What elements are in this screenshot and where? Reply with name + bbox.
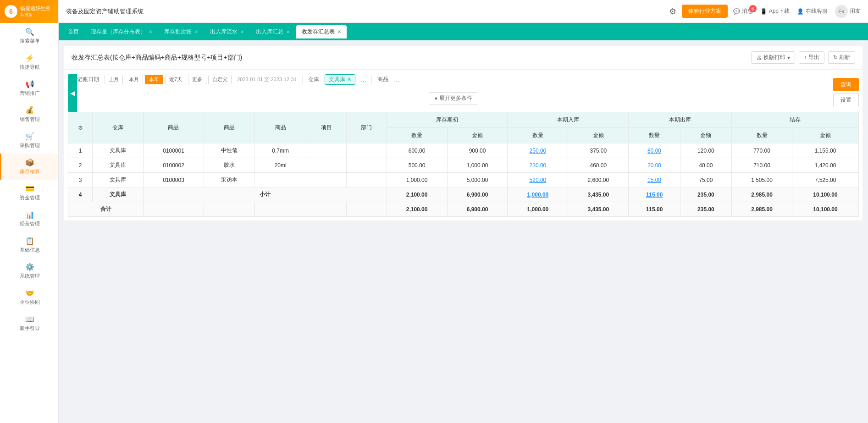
query-btn[interactable]: 查询 — [833, 78, 859, 91]
sidebar-item-operations[interactable]: 📊经营管理 — [0, 206, 58, 232]
footer-empty-2 — [204, 202, 254, 217]
app-download-label: App下载 — [769, 7, 790, 15]
row-out-qty[interactable]: 15.00 — [629, 173, 680, 187]
row-goods-spec — [254, 173, 306, 187]
row-goods-code: 0100001 — [144, 143, 204, 158]
th-dept: 部门 — [347, 112, 387, 143]
row-out-qty[interactable]: 80.00 — [629, 143, 680, 158]
row-dept — [347, 173, 387, 187]
tab-close-batch[interactable]: ✕ — [194, 29, 198, 34]
refresh-btn[interactable]: ↻ 刷新 — [828, 51, 855, 64]
row-in-qty[interactable]: 230.00 — [508, 158, 568, 173]
try-btn[interactable]: 体验行业方案 — [682, 5, 728, 18]
sidebar-item-label: 库存核算 — [20, 168, 40, 175]
row-out-qty[interactable]: 20.00 — [629, 158, 680, 173]
tab-label: 首页 — [68, 28, 79, 36]
row-project — [306, 143, 347, 158]
table-setting-btn[interactable]: 设置 — [833, 93, 859, 107]
sidebar-item-purchase[interactable]: 🛒采购管理 — [0, 127, 58, 154]
tab-inout-flow[interactable]: 出入库流水✕ — [205, 25, 249, 38]
warehouse-label: 仓库 — [308, 76, 319, 83]
sidebar-item-inventory[interactable]: 📦库存核算 — [0, 154, 58, 180]
export-btn[interactable]: ↑ 导出 — [799, 51, 824, 64]
sidebar-item-enterprise[interactable]: 🤝企业协同 — [0, 284, 58, 310]
row-closing-amt: 7,525.00 — [792, 173, 859, 187]
page-title: 收发存汇总表(按仓库+商品编码+商品+规格型号+项目+部门) — [72, 54, 242, 62]
row-opening-qty: 500.00 — [387, 158, 447, 173]
sidebar-item-basic-info[interactable]: 📋基础信息 — [0, 232, 58, 258]
th-in: 本期入库 — [508, 112, 629, 128]
filter-collapse-btn[interactable]: ◀ — [68, 74, 77, 112]
goods-filter-more[interactable]: ... — [394, 76, 399, 83]
sidebar-item-marketing[interactable]: 📢营销推广 — [0, 75, 58, 101]
system-name: 装备及固定资产辅助管理系统 — [66, 7, 663, 16]
page-card: 收发存汇总表(按仓库+商品编码+商品+规格型号+项目+部门) 🖨 换版打印 ▾ … — [64, 46, 862, 220]
row-closing-qty: 1,505.00 — [732, 173, 792, 187]
th-out: 本期出库 — [629, 112, 732, 128]
tab-collect-summary[interactable]: 收发存汇总表✕ — [296, 25, 347, 38]
sidebar-item-label: 基础信息 — [20, 247, 40, 253]
service-icon: 👤 — [797, 8, 804, 15]
sidebar-item-label: 搜索菜单 — [20, 38, 40, 44]
th-settings[interactable]: ⚙ — [68, 112, 93, 143]
tab-inout-summary[interactable]: 出入库汇总✕ — [250, 25, 295, 38]
tab-home[interactable]: 首页 — [62, 25, 84, 38]
date-btn-近7天[interactable]: 近7天 — [165, 75, 186, 84]
th-goods-name: 商品 — [204, 112, 254, 143]
subtotal-in-qty[interactable]: 1,000.00 — [508, 187, 568, 202]
tab-close-inout-flow[interactable]: ✕ — [240, 29, 244, 34]
sidebar-item-search[interactable]: 🔍搜索菜单 — [0, 23, 58, 49]
sidebar-item-finance[interactable]: 💳资金管理 — [0, 180, 58, 206]
sidebar-logo: 6 畅捷通好生意 标准版 — [0, 0, 58, 23]
row-goods-code: 0100002 — [144, 158, 204, 173]
settings-icon[interactable]: ⚙ — [669, 6, 676, 16]
main-area: 装备及固定资产辅助管理系统 ⚙ 体验行业方案 💬 消息 6 📱 App下载 👤 … — [59, 0, 868, 423]
main-content: 收发存汇总表(按仓库+商品编码+商品+规格型号+项目+部门) 🖨 换版打印 ▾ … — [59, 40, 868, 423]
row-closing-amt: 1,420.00 — [792, 158, 859, 173]
basic-info-icon: 📋 — [25, 236, 34, 245]
sidebar-item-guide[interactable]: 📖新手引导 — [0, 310, 58, 336]
subtotal-out-qty[interactable]: 115.00 — [629, 187, 680, 202]
table-row: 3 文具库 0100003 采访本 1,000.00 5,000.00 520.… — [68, 173, 859, 187]
table-row: 1 文具库 0100001 中性笔 0.7mm 600.00 900.00 25… — [68, 143, 859, 158]
app-download-btn[interactable]: 📱 App下载 — [760, 7, 790, 15]
tab-inventory-dist[interactable]: 现存量（库存分布表）✕ — [85, 25, 158, 38]
msg-btn[interactable]: 💬 消息 6 — [733, 7, 753, 15]
print-btn[interactable]: 🖨 换版打印 ▾ — [751, 51, 795, 64]
operations-icon: 📊 — [25, 210, 34, 219]
sidebar-item-system[interactable]: ⚙️系统管理 — [0, 258, 58, 284]
sidebar-item-quick-nav[interactable]: ⚡快捷导航 — [0, 49, 58, 75]
warehouse-tag[interactable]: 文具库 ✕ — [325, 74, 355, 85]
date-btn-本年[interactable]: 本年 — [145, 75, 163, 84]
warehouse-tag-close[interactable]: ✕ — [347, 77, 351, 82]
tab-batch[interactable]: 库存批次账✕ — [159, 25, 204, 38]
row-in-qty[interactable]: 520.00 — [508, 173, 568, 187]
export-icon: ↑ — [804, 54, 807, 60]
sidebar-item-label: 企业协同 — [20, 299, 40, 306]
page-header: 收发存汇总表(按仓库+商品编码+商品+规格型号+项目+部门) 🖨 换版打印 ▾ … — [64, 46, 862, 70]
row-in-qty[interactable]: 250.00 — [508, 143, 568, 158]
date-btn-本月[interactable]: 本月 — [125, 75, 143, 84]
sales-icon: 💰 — [25, 106, 34, 115]
table-settings-icon[interactable]: ⚙ — [73, 121, 88, 135]
sidebar-item-sales[interactable]: 💰销售管理 — [0, 101, 58, 127]
expand-btn[interactable]: ▾ 展开更多条件 — [429, 92, 478, 104]
tab-close-inout-summary[interactable]: ✕ — [286, 29, 290, 34]
date-btn-上月[interactable]: 上月 — [105, 75, 123, 84]
row-dept — [347, 158, 387, 173]
warehouse-filter-more[interactable]: ... — [361, 76, 366, 83]
th-in-qty: 数量 — [508, 128, 568, 143]
row-dept — [347, 143, 387, 158]
footer-closing-amt: 10,100.00 — [792, 202, 859, 217]
user-menu[interactable]: Ea 用友 — [835, 5, 861, 18]
date-btn-更多[interactable]: 更多 — [188, 75, 206, 84]
tab-close-collect-summary[interactable]: ✕ — [337, 29, 341, 34]
row-out-amt: 120.00 — [680, 143, 731, 158]
online-service-btn[interactable]: 👤 在线客服 — [797, 7, 828, 15]
date-btn-自定义[interactable]: 自定义 — [208, 75, 232, 84]
tab-close-inventory-dist[interactable]: ✕ — [149, 29, 152, 34]
row-project — [306, 173, 347, 187]
row-opening-amt: 900.00 — [447, 143, 508, 158]
th-opening-amt: 金额 — [447, 128, 508, 143]
purchase-icon: 🛒 — [25, 132, 34, 141]
